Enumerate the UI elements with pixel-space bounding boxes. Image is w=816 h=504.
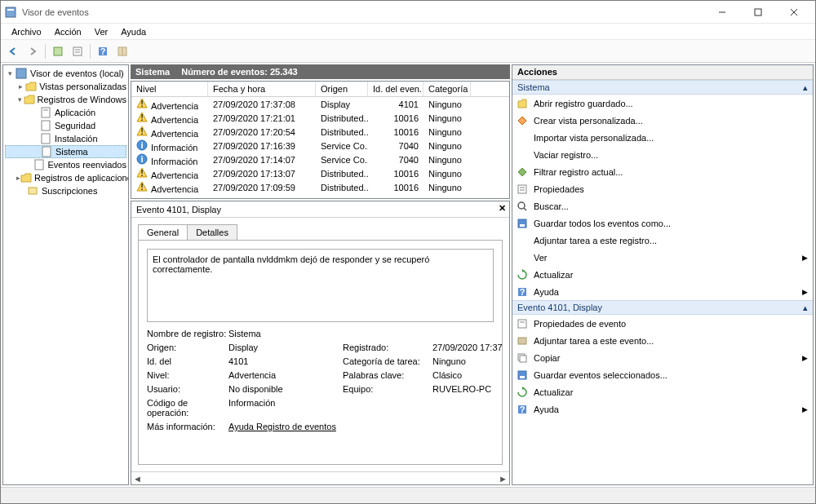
val-eventid: 4101 <box>228 356 343 366</box>
action-icon <box>516 148 529 161</box>
tree-custom-views[interactable]: ▸Vistas personalizadas <box>5 80 126 93</box>
detail-title: Evento 4101, Display <box>136 205 221 214</box>
event-rows[interactable]: !Advertencia27/09/2020 17:37:08Display41… <box>131 97 509 198</box>
action-item[interactable]: ?Ayuda▶ <box>512 283 813 300</box>
horizontal-scrollbar[interactable]: ◄► <box>131 471 509 484</box>
action-icon: ? <box>516 403 529 416</box>
submenu-arrow-icon: ▶ <box>802 354 808 362</box>
minimize-button[interactable] <box>704 2 740 23</box>
show-tree-button[interactable] <box>49 42 67 60</box>
lbl-moreinfo: Más información: <box>147 422 228 431</box>
svg-text:i: i <box>140 154 143 164</box>
action-item[interactable]: Guardar todos los eventos como... <box>512 214 813 232</box>
col-origin[interactable]: Origen <box>316 82 368 96</box>
center-panel: Sistema Número de eventos: 25.343 Nivel … <box>131 64 510 485</box>
action-icon <box>516 234 529 247</box>
val-logname: Sistema <box>228 329 343 338</box>
table-row[interactable]: !Advertencia27/09/2020 17:20:54Distribut… <box>131 125 509 139</box>
folder-icon <box>20 171 32 184</box>
submenu-arrow-icon: ▶ <box>802 288 808 296</box>
actions-header: Acciones <box>512 65 813 80</box>
lbl-eventid: Id. del <box>147 356 228 366</box>
action-item[interactable]: ?Ayuda▶ <box>512 400 813 418</box>
tree-root[interactable]: ▾Visor de eventos (local) <box>5 67 126 80</box>
eventviewer-icon <box>15 67 28 80</box>
layout-button[interactable] <box>113 42 131 60</box>
col-category[interactable]: Categoría d... <box>424 82 471 96</box>
tab-details[interactable]: Detalles <box>187 224 237 240</box>
action-item[interactable]: Copiar▶ <box>512 349 813 366</box>
action-item[interactable]: Importar vista personalizada... <box>512 129 813 146</box>
svg-text:?: ? <box>520 287 526 297</box>
action-icon: ? <box>516 285 529 298</box>
forward-button[interactable] <box>24 42 42 60</box>
menu-ver[interactable]: Ver <box>89 25 114 38</box>
action-item[interactable]: Ver▶ <box>512 249 813 266</box>
detail-header: Evento 4101, Display ✕ <box>131 201 509 218</box>
tree-subscriptions[interactable]: Suscripciones <box>5 184 126 197</box>
action-item[interactable]: Vaciar registro... <box>512 146 813 163</box>
tree-app-services[interactable]: ▸Registros de aplicaciones y servicios <box>5 171 126 184</box>
actions-section-sistema[interactable]: Sistema▴ <box>512 80 813 95</box>
actions-list-1: Abrir registro guardado...Crear vista pe… <box>512 95 813 300</box>
table-row[interactable]: !Advertencia27/09/2020 17:21:01Distribut… <box>131 111 509 125</box>
svg-text:!: ! <box>140 168 144 178</box>
detail-panel: Evento 4101, Display ✕ General Detalles … <box>131 201 510 485</box>
svg-rect-40 <box>518 320 526 328</box>
table-row[interactable]: !Advertencia27/09/2020 17:37:08Display41… <box>131 97 509 111</box>
menu-archivo[interactable]: Archivo <box>6 25 47 38</box>
tree-forwarded[interactable]: Eventos reenviados <box>5 158 126 171</box>
menu-accion[interactable]: Acción <box>49 25 87 38</box>
warning-icon: ! <box>136 181 148 192</box>
actions-section-event[interactable]: Evento 4101, Display▴ <box>512 300 813 315</box>
action-icon <box>516 200 529 213</box>
tree-windows-logs[interactable]: ▾Registros de Windows <box>5 93 126 106</box>
table-row[interactable]: !Advertencia27/09/2020 17:13:07Distribut… <box>131 166 509 180</box>
action-icon <box>516 268 529 281</box>
close-button[interactable] <box>776 2 812 23</box>
lbl-keywords: Palabras clave: <box>343 370 432 380</box>
folder-icon <box>24 93 35 106</box>
lbl-origin: Origen: <box>147 343 228 352</box>
svg-rect-17 <box>42 121 50 130</box>
action-item[interactable]: Adjuntar tarea a este registro... <box>512 232 813 249</box>
detail-tabs: General Detalles <box>131 218 509 240</box>
lbl-opcode: Código de operación: <box>147 398 228 418</box>
tab-general[interactable]: General <box>138 224 188 240</box>
tree-system[interactable]: Sistema <box>5 145 126 158</box>
action-item[interactable]: Propiedades <box>512 180 813 197</box>
help-button[interactable]: ? <box>94 42 112 60</box>
action-icon <box>516 97 529 110</box>
menubar: Archivo Acción Ver Ayuda <box>1 24 815 40</box>
col-id[interactable]: Id. del even... <box>368 82 424 96</box>
maximize-button[interactable] <box>740 2 776 23</box>
action-item[interactable]: Abrir registro guardado... <box>512 95 813 112</box>
tree-application[interactable]: Aplicación <box>5 106 126 119</box>
lbl-level: Nivel: <box>147 370 228 380</box>
lbl-user: Usuario: <box>147 384 228 394</box>
action-item[interactable]: Actualizar <box>512 266 813 283</box>
action-item[interactable]: Filtrar registro actual... <box>512 163 813 180</box>
properties-button[interactable] <box>69 42 86 60</box>
tree-security[interactable]: Seguridad <box>5 119 126 132</box>
workspace: ▾Visor de eventos (local) ▸Vistas person… <box>1 63 815 487</box>
more-info-link[interactable]: Ayuda Registro de eventos <box>228 422 343 431</box>
list-header: Sistema Número de eventos: 25.343 <box>131 64 510 79</box>
action-item[interactable]: Buscar... <box>512 197 813 214</box>
back-button[interactable] <box>4 42 22 60</box>
close-detail-button[interactable]: ✕ <box>499 203 506 214</box>
actions-list-2: Propiedades de eventoAdjuntar tarea a es… <box>512 315 813 418</box>
action-item[interactable]: Adjuntar tarea a este evento... <box>512 332 813 349</box>
tree-install[interactable]: Instalación <box>5 132 126 145</box>
action-item[interactable]: Actualizar <box>512 383 813 400</box>
action-icon <box>516 369 529 382</box>
menu-ayuda[interactable]: Ayuda <box>115 25 152 38</box>
table-row[interactable]: !Advertencia27/09/2020 17:09:59Distribut… <box>131 180 509 194</box>
action-item[interactable]: Propiedades de evento <box>512 315 813 332</box>
table-row[interactable]: iInformación27/09/2020 17:16:39Service C… <box>131 139 509 153</box>
col-date[interactable]: Fecha y hora <box>208 82 316 96</box>
action-item[interactable]: Guardar eventos seleccionados... <box>512 366 813 383</box>
table-row[interactable]: iInformación27/09/2020 17:14:07Service C… <box>131 153 509 166</box>
col-level[interactable]: Nivel <box>131 82 208 96</box>
action-item[interactable]: Crear vista personalizada... <box>512 112 813 129</box>
